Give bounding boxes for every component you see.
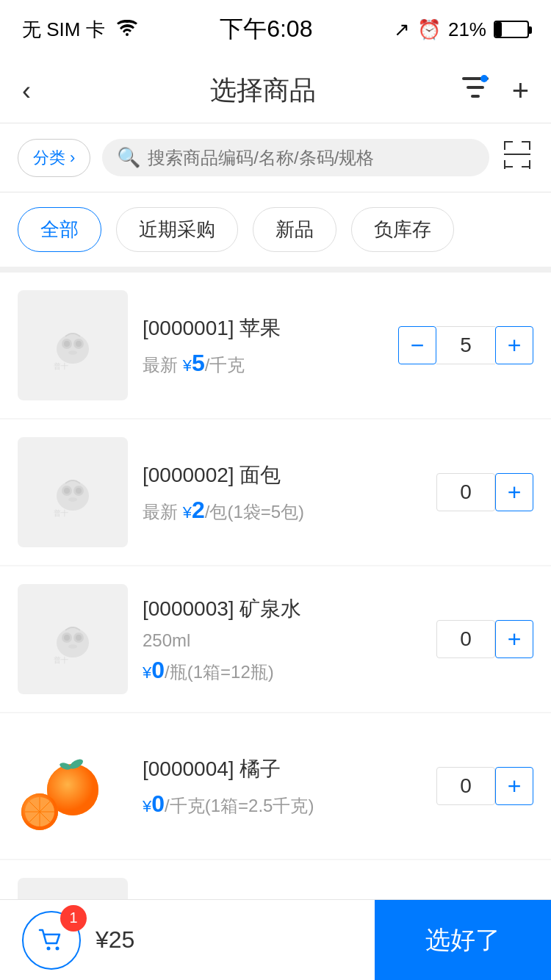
status-bar: 无 SIM 卡 下午6:08 ↗ ⏰ 21% <box>0 0 551 59</box>
search-icon: 🔍 <box>117 146 140 169</box>
tab-all[interactable]: 全部 <box>18 207 101 252</box>
product-price: ¥0/千克(1箱=2.5千克) <box>143 790 422 818</box>
battery-icon <box>494 21 529 38</box>
search-bar: 分类 › 🔍 <box>0 123 551 192</box>
tab-recent[interactable]: 近期采购 <box>116 207 238 252</box>
cart-total: ¥25 <box>96 926 134 954</box>
location-icon: ↗ <box>394 18 410 41</box>
svg-point-28 <box>57 628 89 657</box>
scan-icon[interactable] <box>501 138 533 177</box>
svg-point-21 <box>57 481 89 511</box>
product-name: [0000004] 橘子 <box>143 755 422 783</box>
svg-text:普十: 普十 <box>54 509 68 517</box>
qty-plus-button[interactable]: + <box>495 473 533 511</box>
product-item: 普十 [0000002] 面包 最新 ¥2/包(1袋=5包) + <box>0 419 551 565</box>
status-time: 下午6:08 <box>220 13 312 46</box>
product-image <box>18 731 128 841</box>
qty-plus-button[interactable]: + <box>495 326 533 364</box>
cart-badge: 1 <box>60 905 87 932</box>
nav-bar: ‹ 选择商品 + <box>0 59 551 123</box>
nav-actions: + <box>461 74 529 107</box>
product-info: [0000001] 苹果 最新 ¥5/千克 <box>143 314 383 377</box>
orange-image <box>18 731 128 841</box>
search-input-wrap: 🔍 <box>102 139 489 176</box>
category-button[interactable]: 分类 › <box>18 139 90 177</box>
product-price: ¥0/瓶(1箱=12瓶) <box>143 657 422 684</box>
filter-icon[interactable] <box>461 74 490 107</box>
svg-point-19 <box>68 350 77 355</box>
svg-point-66 <box>56 946 60 950</box>
svg-text:普十: 普十 <box>54 362 68 370</box>
svg-rect-13 <box>504 154 530 155</box>
product-item: 普十 [0000001] 苹果 最新 ¥5/千克 − + <box>0 273 551 418</box>
back-button[interactable]: ‹ <box>22 76 66 107</box>
qty-control: + <box>436 620 533 658</box>
svg-point-4 <box>480 75 488 82</box>
qty-control: − + <box>398 326 533 364</box>
svg-point-18 <box>76 341 82 347</box>
svg-point-31 <box>64 635 70 641</box>
cart-button[interactable]: 1 <box>22 911 81 970</box>
category-arrow-icon: › <box>70 148 75 167</box>
bottom-bar: 1 ¥25 选好了 <box>0 899 551 980</box>
svg-rect-2 <box>471 95 480 98</box>
status-left: 无 SIM 卡 <box>22 17 139 43</box>
qty-control: + <box>436 767 533 805</box>
product-item: [0000004] 橘子 ¥0/千克(1箱=2.5千克) + <box>0 713 551 859</box>
svg-point-25 <box>76 488 82 494</box>
svg-point-17 <box>64 341 70 347</box>
product-item: 普十 [0000003] 矿泉水 250ml ¥0/瓶(1箱=12瓶) + <box>0 566 551 712</box>
cart-area: 1 ¥25 <box>0 911 375 970</box>
qty-input[interactable] <box>436 326 495 364</box>
svg-point-14 <box>57 334 89 364</box>
product-price: 最新 ¥2/包(1袋=5包) <box>143 497 422 524</box>
add-button[interactable]: + <box>512 74 529 107</box>
product-info: [0000004] 橘子 ¥0/千克(1箱=2.5千克) <box>143 755 422 818</box>
category-label: 分类 <box>33 147 65 169</box>
battery-percent: 21% <box>448 18 486 41</box>
qty-input[interactable] <box>436 767 495 805</box>
svg-rect-10 <box>504 160 505 169</box>
wifi-icon <box>115 18 139 41</box>
svg-rect-1 <box>467 86 484 89</box>
svg-rect-6 <box>504 141 505 150</box>
qty-input[interactable] <box>436 620 495 658</box>
carrier-text: 无 SIM 卡 <box>22 17 105 43</box>
product-price: 最新 ¥5/千克 <box>143 350 383 377</box>
product-info: [0000003] 矿泉水 250ml ¥0/瓶(1箱=12瓶) <box>143 595 422 684</box>
tabs-bar: 全部 近期采购 新品 负库存 <box>0 192 551 273</box>
qty-control: + <box>436 473 533 511</box>
tab-negative[interactable]: 负库存 <box>351 207 454 252</box>
product-image: 普十 <box>18 437 128 547</box>
product-name: [0000003] 矿泉水 <box>143 595 422 623</box>
svg-point-26 <box>68 497 77 502</box>
confirm-button[interactable]: 选好了 <box>375 900 551 981</box>
svg-rect-8 <box>529 141 530 150</box>
product-info: [0000002] 面包 最新 ¥2/包(1袋=5包) <box>143 461 422 524</box>
tab-new[interactable]: 新品 <box>253 207 336 252</box>
qty-plus-button[interactable]: + <box>495 767 533 805</box>
svg-point-33 <box>68 644 77 649</box>
product-spec: 250ml <box>143 630 422 651</box>
product-image: 普十 <box>18 584 128 694</box>
product-list: 普十 [0000001] 苹果 最新 ¥5/千克 − + <box>0 273 551 980</box>
product-image: 普十 <box>18 290 128 400</box>
page-title: 选择商品 <box>66 73 461 109</box>
qty-input[interactable] <box>436 473 495 511</box>
cart-icon <box>35 924 68 956</box>
svg-text:普十: 普十 <box>54 656 68 664</box>
svg-point-32 <box>76 635 82 641</box>
svg-point-65 <box>47 946 51 950</box>
search-input[interactable] <box>148 148 475 168</box>
svg-rect-12 <box>529 160 530 169</box>
svg-point-24 <box>64 488 70 494</box>
product-name: [0000002] 面包 <box>143 461 422 489</box>
status-right: ↗ ⏰ 21% <box>394 18 529 41</box>
product-name: [0000001] 苹果 <box>143 314 383 342</box>
alarm-icon: ⏰ <box>417 18 441 41</box>
qty-minus-button[interactable]: − <box>398 326 436 364</box>
qty-plus-button[interactable]: + <box>495 620 533 658</box>
